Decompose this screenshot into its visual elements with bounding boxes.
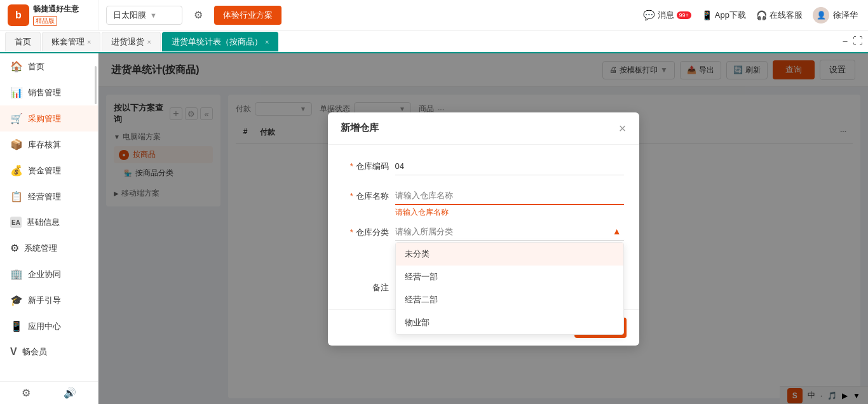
sidebar-system-label: 系统管理 — [24, 243, 57, 254]
notice-icon: 💬 — [643, 10, 655, 21]
store-name: 日太阳膜 — [113, 10, 146, 21]
sidebar-home-label: 首页 — [28, 61, 44, 72]
sidebar-item-purchase[interactable]: 🛒 采购管理 — [0, 105, 98, 131]
tab-account[interactable]: 账套管理 × — [42, 32, 100, 51]
required-star-name: * — [350, 191, 353, 201]
form-row-code: * 仓库编码 — [343, 158, 624, 175]
modal-overlay[interactable]: 新增仓库 × * 仓库编码 — [98, 53, 868, 404]
category-input[interactable] — [395, 223, 610, 240]
sidebar-item-vip[interactable]: V 畅会员 — [0, 339, 98, 365]
name-input-wrap: 请输入仓库名称 — [395, 187, 624, 218]
sidebar-apps-label: 应用中心 — [28, 321, 61, 332]
sidebar-enterprise-label: 企业协同 — [28, 269, 61, 280]
sidebar-item-apps[interactable]: 📱 应用中心 — [0, 313, 98, 339]
sidebar-inventory-label: 库存核算 — [28, 139, 61, 151]
tab-purchase-stat[interactable]: 进货单统计表（按商品） × — [162, 32, 278, 51]
main-layout: 🏠 首页 📊 销售管理 🛒 采购管理 📦 库存核算 💰 资金管理 📋 经营管理 … — [0, 53, 868, 404]
store-dropdown-icon: ▼ — [150, 11, 157, 19]
app-label: App下载 — [715, 10, 746, 21]
required-star-cat: * — [350, 227, 353, 237]
dropdown-item-uncategorized[interactable]: 未分类 — [396, 243, 623, 266]
notice-badge: 99+ — [677, 11, 691, 19]
guide-icon: 🎓 — [10, 294, 23, 306]
tab-account-label: 账套管理 — [51, 36, 85, 48]
dropdown-item-dept2[interactable]: 经营二部 — [396, 288, 623, 311]
tab-home[interactable]: 首页 — [5, 32, 41, 51]
finance-icon: 💰 — [10, 165, 23, 177]
service-item[interactable]: 🎧 在线客服 — [756, 10, 803, 21]
app-icon: 📱 — [702, 10, 712, 20]
sidebar-item-inventory[interactable]: 📦 库存核算 — [0, 131, 98, 158]
logo-icon: b — [8, 4, 29, 26]
sidebar-item-home[interactable]: 🏠 首页 — [0, 53, 98, 79]
settings-button[interactable]: ⚙ — [187, 4, 209, 26]
inventory-icon: 📦 — [10, 138, 23, 151]
sidebar-scrollbar — [95, 66, 97, 104]
sidebar-item-sales[interactable]: 📊 销售管理 — [0, 79, 98, 105]
topbar-right: 💬 消息 99+ 📱 App下载 🎧 在线客服 👤 徐泽华 — [643, 7, 868, 24]
dropdown-item-dept3[interactable]: 物业部 — [396, 311, 623, 334]
sidebar-settings-icon[interactable]: ⚙ — [22, 387, 31, 399]
sidebar-vip-label: 畅会员 — [22, 346, 47, 358]
form-row-name: * 仓库名称 请输入仓库名称 — [343, 187, 624, 218]
operations-icon: 📋 — [10, 191, 23, 203]
sidebar-item-system[interactable]: ⚙ 系统管理 — [0, 235, 98, 261]
name-input[interactable] — [395, 187, 624, 205]
category-input-wrap: ▲ 未分类 经营一部 经营二部 — [395, 223, 624, 241]
sidebar-item-guide[interactable]: 🎓 新手引导 — [0, 287, 98, 313]
tab-purchase-return[interactable]: 进货退货 × — [102, 32, 160, 51]
tab-account-close[interactable]: × — [87, 38, 91, 46]
tab-purchase-stat-label: 进货单统计表（按商品） — [172, 36, 262, 48]
sidebar-item-finance[interactable]: 💰 资金管理 — [0, 158, 98, 184]
notice-item[interactable]: 💬 消息 99+ — [643, 10, 691, 21]
modal-close-button[interactable]: × — [619, 122, 627, 135]
tab-minimize-button[interactable]: － — [840, 35, 850, 48]
code-label: * 仓库编码 — [343, 161, 389, 172]
code-input-wrap — [395, 158, 624, 175]
sidebar-speaker-icon[interactable]: 🔊 — [64, 387, 76, 399]
code-input[interactable] — [395, 158, 624, 175]
sidebar-guide-label: 新手引导 — [28, 295, 61, 306]
sidebar-purchase-label: 采购管理 — [28, 113, 61, 125]
tab-purchase-return-label: 进货退货 — [111, 36, 144, 48]
name-label: * 仓库名称 — [343, 187, 389, 202]
user-item[interactable]: 👤 徐泽华 — [813, 7, 858, 24]
tabbar-actions: － ⛶ — [840, 35, 863, 48]
tab-home-label: 首页 — [15, 36, 31, 48]
trial-button[interactable]: 体验行业方案 — [214, 6, 281, 25]
sidebar-finance-label: 资金管理 — [28, 165, 61, 177]
name-error-msg: 请输入仓库名称 — [395, 207, 624, 218]
sidebar-item-basic-info[interactable]: EA 基础信息 — [0, 210, 98, 235]
modal: 新增仓库 × * 仓库编码 — [328, 112, 639, 346]
sidebar-operations-label: 经营管理 — [28, 191, 61, 203]
app-download-item[interactable]: 📱 App下载 — [702, 10, 746, 21]
service-icon: 🎧 — [756, 10, 767, 20]
sales-icon: 📊 — [10, 86, 23, 98]
note-label: 备注 — [343, 282, 389, 293]
sidebar-item-operations[interactable]: 📋 经营管理 — [0, 184, 98, 210]
category-arrow-icon[interactable]: ▲ — [610, 224, 624, 239]
modal-body: * 仓库编码 * 仓库名称 — [328, 145, 639, 309]
modal-title: 新增仓库 — [341, 122, 379, 134]
avatar: 👤 — [813, 7, 829, 24]
sidebar: 🏠 首页 📊 销售管理 🛒 采购管理 📦 库存核算 💰 资金管理 📋 经营管理 … — [0, 53, 98, 404]
logo-text: 畅捷通好生意 精品版 — [33, 4, 79, 26]
tab-purchase-stat-close[interactable]: × — [265, 38, 269, 46]
notice-label: 消息 — [658, 10, 674, 21]
category-dropdown: 未分类 经营一部 经营二部 物业部 — [395, 242, 624, 335]
sidebar-item-enterprise[interactable]: 🏢 企业协同 — [0, 261, 98, 287]
enterprise-icon: 🏢 — [10, 268, 23, 280]
dropdown-item-dept1[interactable]: 经营一部 — [396, 266, 623, 288]
logo-badge: 精品版 — [33, 16, 57, 26]
tab-purchase-return-close[interactable]: × — [147, 38, 151, 46]
topbar: b 畅捷通好生意 精品版 日太阳膜 ▼ ⚙ 体验行业方案 💬 消息 99+ 📱 … — [0, 0, 868, 30]
store-selector[interactable]: 日太阳膜 ▼ — [106, 6, 182, 25]
logo-area: b 畅捷通好生意 精品版 — [0, 0, 98, 30]
user-name: 徐泽华 — [833, 10, 858, 21]
required-star: * — [350, 161, 353, 171]
home-icon: 🏠 — [10, 60, 23, 72]
tabbar: 首页 账套管理 × 进货退货 × 进货单统计表（按商品） × － ⛶ — [0, 30, 868, 53]
apps-icon: 📱 — [10, 320, 23, 332]
tab-maximize-button[interactable]: ⛶ — [853, 35, 863, 48]
sidebar-bottom: ⚙ 🔊 — [0, 381, 98, 404]
